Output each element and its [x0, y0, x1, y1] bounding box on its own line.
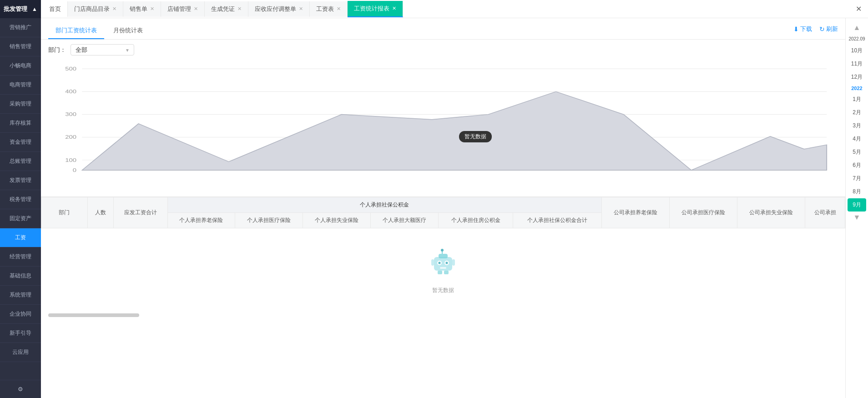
sidebar-item-finance[interactable]: 资金管理 [0, 133, 41, 152]
empty-text: 暂无数据 [432, 287, 454, 294]
svg-rect-19 [440, 267, 446, 269]
horizontal-scrollbar[interactable] [48, 313, 139, 317]
download-icon: ⬇ [793, 25, 799, 33]
date-jan[interactable]: 1月 [846, 93, 868, 106]
tab-close-store-catalog[interactable]: ✕ [112, 6, 116, 12]
date-2022-09[interactable]: 2022.09 [846, 34, 868, 44]
tab-sales[interactable]: 销售单 ✕ [123, 1, 161, 17]
tab-ar-ap[interactable]: 应收应付调整单 ✕ [248, 1, 310, 17]
sidebar-item-marketing[interactable]: 营销推广 [0, 18, 41, 37]
sidebar-item-ledger[interactable]: 总账管理 [0, 152, 41, 171]
sub-tab-dept[interactable]: 部门工资统计表 [48, 23, 104, 39]
tab-close-sales[interactable]: ✕ [150, 6, 154, 12]
tab-store-manage[interactable]: 店铺管理 ✕ [161, 1, 205, 17]
date-sep-active[interactable]: 9月 [848, 198, 866, 212]
tab-bar: 首页 门店商品目录 ✕ 销售单 ✕ 店铺管理 ✕ 生成凭证 ✕ 应收应付调整单 … [41, 0, 868, 18]
th-personal-housing: 个人承担住房公积金 [439, 213, 513, 228]
filter-toolbar: 部门： 全部 [41, 40, 845, 60]
refresh-icon: ↻ [819, 25, 825, 33]
svg-marker-12 [82, 91, 827, 170]
th-company-pension: 公司承担养老保险 [602, 197, 670, 228]
svg-text:100: 100 [65, 157, 76, 163]
date-may[interactable]: 5月 [846, 146, 868, 159]
main-area: 首页 门店商品目录 ✕ 销售单 ✕ 店铺管理 ✕ 生成凭证 ✕ 应收应付调整单 … [41, 0, 868, 398]
page-content: 部门工资统计表 月份统计表 ⬇ 下载 ↻ 刷新 [41, 18, 845, 398]
scrollbar-area[interactable] [41, 312, 845, 319]
th-personal-insurance-group: 个人承担社保公积金 [167, 197, 602, 213]
sidebar-item-system[interactable]: 系统管理 [0, 286, 41, 305]
sidebar-toggle-icon[interactable]: ▲ [32, 6, 37, 12]
empty-state: 暂无数据 [46, 232, 841, 308]
chart-tooltip: 暂无数据 [459, 131, 492, 142]
svg-rect-21 [452, 259, 455, 266]
filter-left: 部门： 全部 [48, 44, 134, 55]
empty-row: 暂无数据 [41, 228, 845, 312]
date-dec[interactable]: 12月 [846, 71, 868, 84]
sidebar-item-inventory[interactable]: 库存核算 [0, 114, 41, 133]
sidebar-item-tax[interactable]: 税务管理 [0, 190, 41, 209]
sidebar-item-cloud[interactable]: 云应用 [0, 343, 41, 362]
th-dept: 部门 [41, 197, 88, 228]
th-company-other: 公司承担 [805, 197, 845, 228]
sidebar-item-enterprise[interactable]: 企业协同 [0, 305, 41, 324]
refresh-button[interactable]: ↻ 刷新 [819, 25, 838, 33]
download-button[interactable]: ⬇ 下载 [793, 25, 812, 33]
sidebar-item-operations[interactable]: 经营管理 [0, 247, 41, 267]
svg-text:0: 0 [73, 167, 76, 173]
tab-home[interactable]: 首页 [43, 1, 68, 17]
date-sidebar: ▲ 2022.09 10月 11月 12月 2022 1月 2月 [845, 18, 868, 398]
tab-generate-voucher[interactable]: 生成凭证 ✕ [205, 1, 248, 17]
th-personal-extra-medical: 个人承担大额医疗 [371, 213, 439, 228]
tab-close-generate-voucher[interactable]: ✕ [237, 6, 242, 12]
sidebar-item-ecommerce[interactable]: 电商管理 [0, 76, 41, 95]
date-nav-up[interactable]: ▲ [852, 22, 863, 34]
date-jun[interactable]: 6月 [846, 159, 868, 172]
sidebar-header: 批发管理 ▲ [0, 0, 41, 18]
tab-close-payroll[interactable]: ✕ [337, 6, 341, 12]
content-area: 部门工资统计表 月份统计表 ⬇ 下载 ↻ 刷新 [41, 18, 868, 398]
sub-tab-month[interactable]: 月份统计表 [106, 23, 150, 39]
date-jul[interactable]: 7月 [846, 172, 868, 185]
tab-close-payroll-report[interactable]: ✕ [392, 5, 396, 11]
date-feb[interactable]: 2月 [846, 106, 868, 119]
sidebar-item-guide[interactable]: 新手引导 [0, 324, 41, 343]
date-nov[interactable]: 11月 [846, 57, 868, 71]
sidebar-item-assets[interactable]: 固定资产 [0, 209, 41, 228]
sidebar-item-payroll[interactable]: 工资 [0, 228, 41, 247]
dept-select-wrapper: 全部 [71, 44, 134, 55]
date-aug[interactable]: 8月 [846, 185, 868, 198]
th-company-medical: 公司承担医疗保险 [670, 197, 737, 228]
sidebar-settings[interactable]: ⚙ [0, 380, 41, 398]
dept-label: 部门： [48, 46, 66, 54]
svg-point-25 [441, 249, 444, 252]
tab-close-ar-ap[interactable]: ✕ [299, 6, 303, 12]
th-count: 人数 [87, 197, 113, 228]
th-personal-pension: 个人承担养老保险 [167, 213, 235, 228]
sub-tabs: 部门工资统计表 月份统计表 ⬇ 下载 ↻ 刷新 [41, 18, 845, 40]
date-apr[interactable]: 4月 [846, 132, 868, 146]
svg-text:300: 300 [65, 111, 76, 117]
sidebar-item-basic[interactable]: 基础信息 [0, 267, 41, 286]
date-nav-down[interactable]: ▼ [852, 212, 863, 223]
svg-text:400: 400 [65, 89, 76, 95]
tab-payroll-report[interactable]: 工资统计报表 ✕ [348, 1, 403, 17]
date-mar[interactable]: 3月 [846, 119, 868, 132]
sidebar: 批发管理 ▲ 营销推广 销售管理 小畅电商 电商管理 采购管理 库存核算 资金管… [0, 0, 41, 398]
payroll-table: 部门 人数 应发工资合计 个人承担社保公积金 [41, 197, 845, 312]
date-oct[interactable]: 10月 [846, 44, 868, 57]
tab-payroll[interactable]: 工资表 ✕ [310, 1, 348, 17]
sidebar-item-sales[interactable]: 销售管理 [0, 37, 41, 56]
sidebar-item-ecommerce-small[interactable]: 小畅电商 [0, 56, 41, 76]
th-total-wage: 应发工资合计 [114, 197, 167, 228]
chart-svg: 500 400 300 200 100 0 [48, 65, 838, 183]
th-personal-medical: 个人承担医疗保险 [235, 213, 303, 228]
sidebar-item-invoice[interactable]: 发票管理 [0, 171, 41, 190]
th-personal-total: 个人承担社保公积金合计 [513, 213, 602, 228]
tab-close-store-manage[interactable]: ✕ [194, 6, 198, 12]
sidebar-item-purchase[interactable]: 采购管理 [0, 95, 41, 114]
svg-rect-22 [438, 271, 442, 274]
tab-store-catalog[interactable]: 门店商品目录 ✕ [68, 1, 123, 17]
close-all-tabs[interactable]: ✕ [851, 3, 866, 15]
dept-select[interactable]: 全部 [71, 44, 134, 55]
svg-rect-20 [431, 259, 434, 266]
